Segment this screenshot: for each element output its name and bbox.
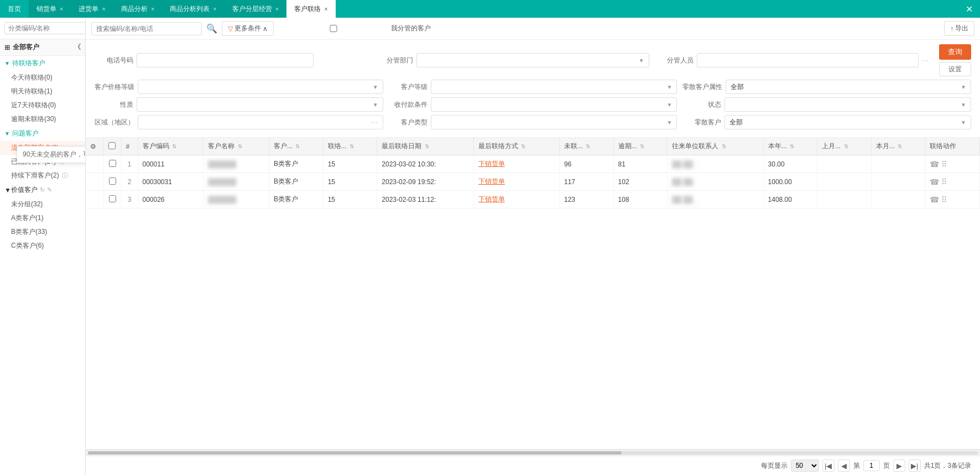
settings-button[interactable]: 设置 (939, 62, 971, 76)
th-uncontacted[interactable]: 未联... ⇅ (560, 138, 614, 155)
action-more-icon-0[interactable]: ⠿ (941, 160, 947, 169)
tab-home[interactable]: 首页 (0, 0, 29, 18)
last-method-link-1[interactable]: 下销货单 (478, 178, 505, 185)
page-input[interactable] (863, 460, 880, 471)
sidebar-collapse-icon[interactable]: 《 (74, 43, 81, 52)
prev-page-button[interactable]: ◀ (838, 460, 850, 472)
tab-sales[interactable]: 销货单 × (29, 0, 71, 18)
tab-purchase[interactable]: 进货单 × (71, 0, 113, 18)
th-code-label: 客户编码 (143, 142, 169, 150)
action-icons-0: ☎ ⠿ (930, 160, 947, 169)
action-more-icon-2[interactable]: ⠿ (941, 195, 947, 204)
person-input[interactable] (697, 53, 919, 67)
row-last-method-0[interactable]: 下销货单 (473, 155, 559, 173)
person-dots[interactable]: ··· (922, 56, 929, 64)
retail-attr-arrow: ▼ (961, 84, 966, 90)
action-more-icon-1[interactable]: ⠿ (941, 178, 947, 186)
sidebar-item-tomorrow[interactable]: 明天待联络(1) (0, 85, 85, 98)
next-page-button[interactable]: ▶ (893, 460, 905, 472)
window-close-button[interactable]: ✕ (958, 0, 980, 18)
scrollbar-thumb[interactable] (88, 451, 622, 455)
sidebar-item-declining[interactable]: 持续下滑客户(2) ⓘ (0, 169, 85, 182)
horizontal-scrollbar[interactable] (86, 449, 980, 456)
row-check-2[interactable] (109, 195, 116, 202)
sidebar-group-valued-label: 价值客户 (11, 185, 38, 195)
th-contact[interactable]: 联络... ⇅ (323, 138, 377, 155)
retail-attr-select[interactable]: 全部 ▼ (726, 80, 971, 94)
th-name[interactable]: 客户名称 ⇅ (204, 138, 269, 155)
per-page-select[interactable]: 50 100 200 (791, 460, 819, 472)
th-gear[interactable]: ⚙ (86, 138, 103, 155)
tab-analysis-table-close[interactable]: × (213, 6, 216, 12)
area-dots[interactable]: ··· (371, 118, 378, 126)
sidebar-item-7days[interactable]: 近7天待联络(0) (0, 98, 85, 112)
tab-customer-tier-close[interactable]: × (275, 6, 279, 12)
customer-type-select[interactable]: ▼ (431, 115, 677, 129)
tab-customer-connect-close[interactable]: × (324, 6, 327, 12)
sidebar-item-class-b[interactable]: B类客户(33) (0, 225, 85, 239)
row-checkbox-2 (103, 191, 121, 208)
th-type[interactable]: 客户... ⇅ (269, 138, 324, 155)
my-customers-checkbox-label[interactable]: 我分管的客户 (278, 24, 431, 33)
valued-refresh-icon[interactable]: ↻ (40, 186, 45, 194)
status-select[interactable]: ▼ (724, 97, 971, 112)
tab-analysis-table[interactable]: 商品分析列表 × (162, 0, 224, 18)
sidebar-item-unsorted[interactable]: 未分组(32) (0, 197, 85, 211)
more-conditions-label: 更多条件 (234, 24, 261, 33)
th-last-contact-date[interactable]: 最后联络日期 ⇅ (377, 138, 474, 155)
phone-input[interactable] (137, 53, 314, 67)
payment-select[interactable]: ▼ (431, 97, 677, 112)
last-page-button[interactable]: ▶| (909, 460, 921, 472)
sidebar-group-valued[interactable]: ▼ 价值客户 ↻ ✎ (0, 182, 85, 197)
action-phone-icon-0[interactable]: ☎ (930, 160, 939, 169)
action-phone-icon-2[interactable]: ☎ (930, 195, 939, 204)
valued-edit-icon[interactable]: ✎ (47, 186, 52, 194)
sidebar-item-today[interactable]: 今天待联络(0) (0, 71, 85, 85)
row-overdue-0: 81 (613, 155, 668, 173)
query-button[interactable]: 查询 (939, 44, 971, 60)
th-unit-contact[interactable]: 往来单位联系人 ⇅ (668, 138, 763, 155)
action-phone-icon-1[interactable]: ☎ (930, 178, 939, 186)
search-button[interactable]: 🔍 (206, 23, 217, 34)
sidebar-group-pending[interactable]: ▼ 待联络客户 (0, 56, 85, 71)
sidebar-item-overdue[interactable]: 逾期未联络(30) (0, 112, 85, 126)
th-code[interactable]: 客户编码 ⇅ (138, 138, 204, 155)
tab-customer-connect[interactable]: 客户联络 × (286, 0, 335, 18)
row-check-0[interactable] (109, 160, 116, 167)
price-grade-select[interactable]: ▼ (138, 80, 383, 94)
grade-select[interactable]: ▼ (431, 80, 677, 94)
th-this-year[interactable]: 本年... ⇅ (763, 138, 817, 155)
tab-customer-tier[interactable]: 客户分层经营 × (225, 0, 286, 18)
sidebar-search-input[interactable] (4, 22, 86, 34)
th-last-month[interactable]: 上月... ⇅ (817, 138, 872, 155)
dept-select[interactable]: ▼ (416, 53, 649, 67)
tab-analysis[interactable]: 商品分析 × (113, 0, 162, 18)
nature-select[interactable]: ▼ (137, 97, 383, 112)
last-method-link-0[interactable]: 下销货单 (478, 160, 505, 168)
sidebar-root-header[interactable]: ⊞ 全部客户 《 (0, 39, 85, 56)
tab-analysis-close[interactable]: × (151, 6, 154, 12)
filter-field-customer-type: 客户类型 ▼ (389, 115, 677, 129)
last-method-link-2[interactable]: 下销货单 (478, 195, 505, 203)
area-select[interactable]: ··· (138, 115, 383, 129)
select-all-checkbox[interactable] (108, 142, 116, 149)
sidebar-group-at-risk[interactable]: ▼ 问题客户 (0, 126, 85, 141)
th-last-contact-method[interactable]: 最后联络方式 ⇅ (473, 138, 559, 155)
export-button[interactable]: ↑ 导出 (944, 21, 974, 36)
first-page-button[interactable]: |◀ (822, 460, 835, 472)
row-last-method-1[interactable]: 下销货单 (473, 173, 559, 191)
tab-purchase-close[interactable]: × (102, 6, 105, 12)
row-check-1[interactable] (109, 178, 116, 185)
sidebar-item-class-a[interactable]: A类客户(1) (0, 211, 85, 225)
retail-customer-select[interactable]: 全部 ▼ (724, 115, 971, 129)
th-overdue[interactable]: 逾期... ⇅ (613, 138, 668, 155)
th-this-month[interactable]: 本月... ⇅ (871, 138, 925, 155)
search-input[interactable] (91, 22, 202, 35)
filter-field-status: 状态 ▼ (682, 97, 971, 112)
more-conditions-button[interactable]: ▽ 更多条件 ∧ (222, 21, 274, 36)
row-last-method-2[interactable]: 下销货单 (473, 191, 559, 208)
tab-sales-close[interactable]: × (60, 6, 63, 12)
my-customers-checkbox[interactable] (278, 25, 389, 32)
sidebar-item-class-c[interactable]: C类客户(6) (0, 239, 85, 253)
filter-icon: ▽ (228, 25, 233, 33)
